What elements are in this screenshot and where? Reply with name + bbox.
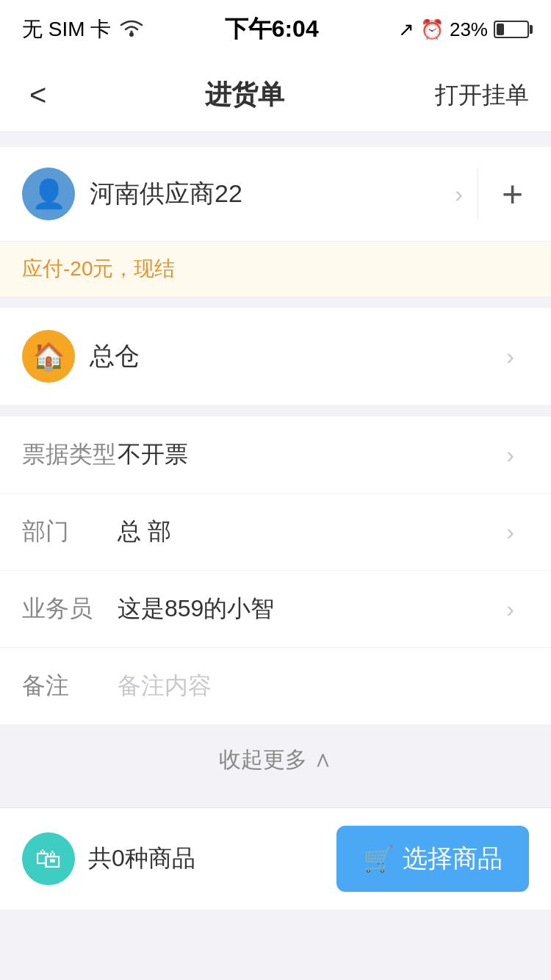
remark-row[interactable]: 备注 备注内容: [0, 648, 551, 724]
fields-card: 票据类型 不开票 › 部门 总 部 › 业务员 这是859的小智 › 备注 备注…: [0, 417, 551, 724]
invoice-type-label: 票据类型: [22, 439, 118, 471]
status-left: 无 SIM 卡: [22, 15, 145, 43]
avatar-icon: 👤: [32, 178, 66, 210]
battery-label: 23%: [450, 18, 488, 41]
product-icon-circle: 🛍: [22, 832, 75, 885]
department-row[interactable]: 部门 总 部 ›: [0, 494, 551, 571]
invoice-type-chevron-icon: ›: [506, 442, 514, 469]
wifi-icon: [118, 17, 145, 43]
salesperson-row[interactable]: 业务员 这是859的小智 ›: [0, 571, 551, 648]
section-gap-3: [0, 405, 551, 417]
supplier-chevron-icon: ›: [455, 181, 463, 208]
invoice-type-value: 不开票: [118, 439, 506, 471]
select-product-label: 选择商品: [403, 842, 503, 876]
warehouse-name: 总仓: [90, 339, 506, 373]
collapse-button[interactable]: 收起更多 ∧: [0, 724, 551, 796]
section-gap-2: [0, 296, 551, 308]
back-button[interactable]: <: [22, 71, 54, 119]
product-count-wrap: 🛍 共0种商品: [22, 832, 195, 885]
page-title: 进货单: [205, 77, 284, 113]
product-bag-icon: 🛍: [35, 843, 62, 874]
supplier-row[interactable]: 👤 河南供应商22 › +: [0, 147, 551, 242]
svg-point-0: [129, 32, 134, 37]
product-count-text: 共0种商品: [88, 843, 195, 875]
location-icon: ↗: [398, 18, 414, 41]
battery-icon: [494, 21, 529, 38]
supplier-card: 👤 河南供应商22 › + 应付-20元，现结: [0, 147, 551, 296]
select-product-button[interactable]: 🛒 选择商品: [336, 826, 529, 892]
warehouse-icon-wrap: 🏠: [22, 330, 75, 383]
status-right: ↗ ⏰ 23%: [398, 18, 529, 41]
open-pending-button[interactable]: 打开挂单: [435, 79, 529, 112]
notice-bar: 应付-20元，现结: [0, 242, 551, 296]
section-gap-1: [0, 132, 551, 147]
department-value: 总 部: [118, 516, 506, 548]
section-gap-4: [0, 796, 551, 807]
notice-text: 应付-20元，现结: [22, 257, 175, 280]
nav-bar: < 进货单 打开挂单: [0, 59, 551, 132]
status-time: 下午6:04: [225, 13, 319, 46]
add-supplier-button[interactable]: +: [478, 168, 529, 220]
select-product-icon: 🛒: [363, 844, 394, 873]
invoice-type-row[interactable]: 票据类型 不开票 ›: [0, 417, 551, 494]
salesperson-value: 这是859的小智: [118, 593, 506, 625]
remark-placeholder: 备注内容: [118, 670, 529, 702]
status-bar: 无 SIM 卡 下午6:04 ↗ ⏰ 23%: [0, 0, 551, 59]
supplier-avatar: 👤: [22, 167, 75, 220]
remark-label: 备注: [22, 670, 118, 702]
department-label: 部门: [22, 516, 118, 548]
page-background: [0, 909, 551, 980]
supplier-name: 河南供应商22: [90, 177, 455, 211]
warehouse-icon: 🏠: [32, 341, 65, 372]
bottom-bar: 🛍 共0种商品 🛒 选择商品: [0, 807, 551, 909]
warehouse-card: 🏠 总仓 ›: [0, 308, 551, 405]
alarm-icon: ⏰: [420, 18, 444, 41]
warehouse-chevron-icon: ›: [506, 343, 514, 370]
collapse-label: 收起更多 ∧: [219, 747, 331, 771]
salesperson-chevron-icon: ›: [506, 596, 514, 623]
carrier-label: 无 SIM 卡: [22, 15, 111, 43]
warehouse-row[interactable]: 🏠 总仓 ›: [0, 308, 551, 405]
salesperson-label: 业务员: [22, 593, 118, 625]
department-chevron-icon: ›: [506, 519, 514, 546]
